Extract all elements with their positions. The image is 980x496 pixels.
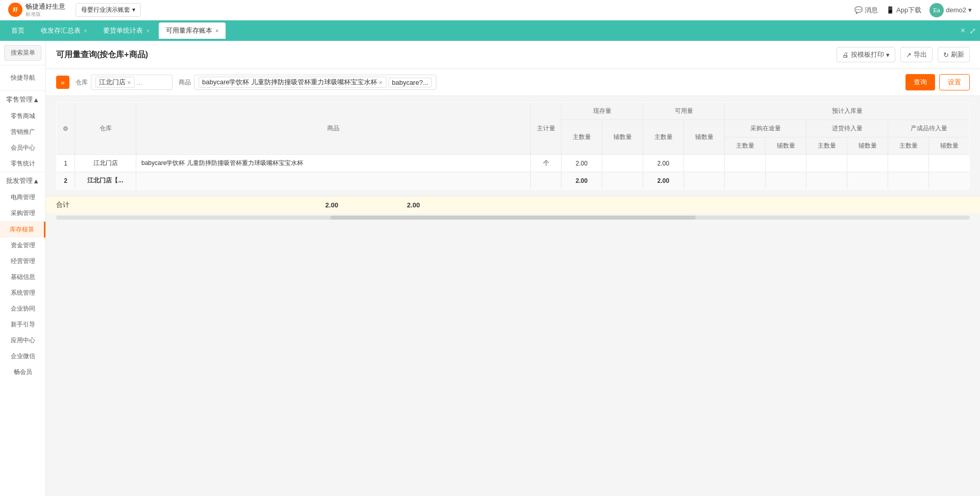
chevron-up-icon2: ▲ <box>33 177 39 185</box>
th-settings[interactable]: ⚙ <box>57 103 75 155</box>
cell-stock-main-1: 2.00 <box>561 155 602 172</box>
tab-available[interactable]: 可用量库存账本 × <box>159 22 226 39</box>
cell-prod-main-2 <box>888 172 929 190</box>
summary-values: 2.00 2.00 <box>117 201 970 209</box>
chevron-down-icon: ▾ <box>968 6 972 14</box>
sidebar-item-member[interactable]: 会员中心 <box>0 140 45 156</box>
sidebar-item-ecommerce[interactable]: 电商管理 <box>0 190 45 205</box>
sidebar-item-vip[interactable]: 畅会员 <box>0 364 45 380</box>
summary-spacer <box>117 201 281 209</box>
sidebar-item-enterprise[interactable]: 企业协同 <box>0 301 45 317</box>
logo-area: 好 畅捷通好生意 标准版 <box>8 3 65 18</box>
sidebar-item-quick-nav[interactable]: 快捷导航 <box>0 69 45 86</box>
tab-available-close[interactable]: × <box>215 28 218 34</box>
tab-home[interactable]: 首页 <box>4 22 32 39</box>
cell-prod-main-1 <box>888 155 929 172</box>
top-bar-right: 💬 消息 📱 App下载 Ea demo2 ▾ <box>854 3 972 17</box>
scroll-bar[interactable] <box>56 216 970 220</box>
cell-inbound-main-1 <box>806 155 847 172</box>
user-menu[interactable]: Ea demo2 ▾ <box>929 3 972 17</box>
cell-pur-main-1 <box>725 155 766 172</box>
sidebar-item-inventory[interactable]: 库存核算 <box>0 222 45 238</box>
message-button[interactable]: 💬 消息 <box>854 6 878 15</box>
summary-stock-main: 2.00 <box>311 201 352 209</box>
sidebar: 搜索菜单 快捷导航 零售管理 ▲ 零售商城 营销推广 会员中心 零售统计 批发管… <box>0 41 46 496</box>
th-avail-aux: 辅数量 <box>684 120 725 155</box>
tab-order[interactable]: 要货单统计表 × <box>96 22 156 39</box>
sidebar-item-system[interactable]: 系统管理 <box>0 285 45 301</box>
cell-stock-aux-1 <box>602 155 643 172</box>
cell-avail-aux-1 <box>684 155 725 172</box>
table-area: ⚙ 仓库 商品 主计量 现存量 可用量 预计入库量 主数量 辅数量 主数量 辅数… <box>46 96 980 196</box>
page-header: 可用量查询(按仓库+商品) 🖨 按模板打印 ▾ ↗ 导出 ↻ 刷新 <box>46 41 980 69</box>
cell-avail-aux-2 <box>684 172 725 190</box>
cell-stock-main-2: 2.00 <box>561 172 602 190</box>
sidebar-section-wholesale-label: 批发管理 <box>6 176 33 185</box>
tab-receive[interactable]: 收发存汇总表 × <box>34 22 94 39</box>
th-stock-aux: 辅数量 <box>602 120 643 155</box>
tab-bar-right: × ⤢ <box>961 26 976 36</box>
tab-order-label: 要货单统计表 <box>103 26 143 35</box>
chevron-down-icon: ▾ <box>886 51 890 59</box>
export-button[interactable]: ↗ 导出 <box>900 47 933 62</box>
product-input[interactable]: babycare学饮杯 儿童防摔防撞吸管杯重力球吸嘴杯宝宝水杯 × babyca… <box>194 75 436 90</box>
cell-prod-aux-1 <box>929 155 970 172</box>
tab-receive-close[interactable]: × <box>84 28 87 34</box>
query-button[interactable]: 查询 <box>905 74 935 90</box>
sidebar-item-basic[interactable]: 基础信息 <box>0 269 45 285</box>
print-label: 按模板打印 <box>851 50 884 59</box>
refresh-button[interactable]: ↻ 刷新 <box>938 47 970 62</box>
th-avail-main: 主数量 <box>643 120 684 155</box>
th-pur-main: 主数量 <box>725 137 766 155</box>
table-row: 2 江北门店【... 2.00 2.00 <box>57 172 970 190</box>
warehouse-tag-remove[interactable]: × <box>127 79 131 86</box>
summary-label: 合计 <box>56 200 107 209</box>
tab-expand-button[interactable]: ⤢ <box>969 26 976 36</box>
sidebar-item-operation[interactable]: 经营管理 <box>0 253 45 269</box>
sidebar-item-marketing[interactable]: 营销推广 <box>0 124 45 140</box>
product-tag-1-remove[interactable]: × <box>379 79 383 86</box>
sidebar-item-wechat[interactable]: 企业微信 <box>0 348 45 364</box>
filter-toggle-button[interactable]: » <box>56 76 69 89</box>
print-button[interactable]: 🖨 按模板打印 ▾ <box>837 47 895 62</box>
print-icon: 🖨 <box>842 51 849 59</box>
sidebar-item-retail-stats[interactable]: 零售统计 <box>0 156 45 172</box>
top-bar: 好 畅捷通好生意 标准版 母婴行业演示账套 ▾ 💬 消息 📱 App下载 Ea … <box>0 0 980 20</box>
tab-close-all-button[interactable]: × <box>961 26 965 35</box>
warehouse-more[interactable]: ... <box>137 79 142 86</box>
th-warehouse: 仓库 <box>75 103 136 155</box>
main-layout: 搜索菜单 快捷导航 零售管理 ▲ 零售商城 营销推广 会员中心 零售统计 批发管… <box>0 41 980 496</box>
setting-button[interactable]: 设置 <box>939 74 970 90</box>
th-current-stock: 现存量 <box>561 103 643 120</box>
sidebar-item-retail-mall[interactable]: 零售商城 <box>0 108 45 124</box>
filter-actions: 查询 设置 <box>905 74 970 90</box>
store-selector[interactable]: 母婴行业演示账套 ▾ <box>76 3 141 17</box>
summary-unit-spacer <box>281 201 311 209</box>
sidebar-section-retail-header[interactable]: 零售管理 ▲ <box>0 91 45 108</box>
warehouse-input[interactable]: 江北门店 × ... <box>91 75 173 90</box>
cell-warehouse-2: 江北门店【... <box>75 172 136 190</box>
tab-bar: 首页 收发存汇总表 × 要货单统计表 × 可用量库存账本 × × ⤢ <box>0 20 980 41</box>
sidebar-section-wholesale-header[interactable]: 批发管理 ▲ <box>0 172 45 190</box>
tab-order-close[interactable]: × <box>146 28 149 34</box>
sidebar-item-finance[interactable]: 资金管理 <box>0 238 45 253</box>
expand-icon: » <box>61 79 64 86</box>
cell-pur-aux-2 <box>766 172 806 190</box>
th-stock-main: 主数量 <box>561 120 602 155</box>
sidebar-search-button[interactable]: 搜索菜单 <box>4 45 41 61</box>
sidebar-item-newbie[interactable]: 新手引导 <box>0 317 45 333</box>
tab-available-label: 可用量库存账本 <box>166 26 212 35</box>
sidebar-section-retail-label: 零售管理 <box>6 95 33 104</box>
th-prod-aux: 辅数量 <box>929 137 970 155</box>
th-available: 可用量 <box>643 103 725 120</box>
scroll-thumb[interactable] <box>330 216 696 220</box>
sidebar-item-purchase[interactable]: 采购管理 <box>0 205 45 221</box>
warehouse-label: 仓库 <box>76 78 88 87</box>
cell-inbound-aux-1 <box>847 155 888 172</box>
chevron-down-icon: ▾ <box>132 6 135 13</box>
th-pending-inbound: 进货待入量 <box>806 120 888 137</box>
cell-stock-aux-2 <box>602 172 643 190</box>
sidebar-item-appcenter[interactable]: 应用中心 <box>0 333 45 348</box>
logo-text: 畅捷通好生意 标准版 <box>26 3 65 18</box>
app-download-button[interactable]: 📱 App下载 <box>886 6 921 15</box>
